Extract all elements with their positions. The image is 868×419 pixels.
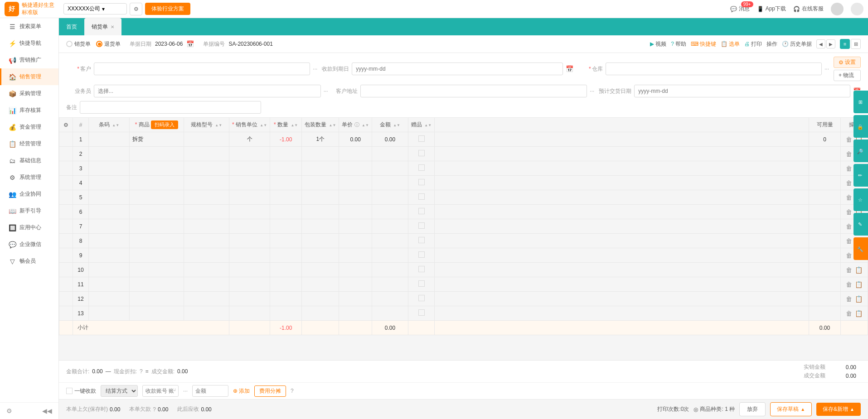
date-calendar-icon[interactable]: 📅 (186, 40, 194, 48)
account-dots-button[interactable]: ··· (183, 388, 188, 394)
delete-row-icon[interactable]: 🗑 (846, 208, 852, 216)
col-pkg[interactable]: 包装数量 ▲▼ (302, 118, 339, 132)
user-avatar[interactable] (831, 3, 844, 15)
row-note[interactable] (435, 132, 809, 147)
addr-dots-button[interactable]: ··· (590, 88, 594, 94)
row-unit[interactable]: 个 (229, 132, 270, 147)
sidebar-item-quick-nav[interactable]: ⚡ 快捷导航 (0, 35, 58, 52)
delete-row-icon[interactable]: 🗑 (846, 179, 852, 187)
gift-checkbox[interactable] (418, 135, 425, 142)
row-barcode[interactable] (89, 132, 130, 147)
sidebar-item-basic-info[interactable]: 🗂 基础信息 (0, 152, 58, 169)
col-spec[interactable]: 规格型号 ▲▼ (184, 118, 229, 132)
pay-amount-input[interactable] (192, 385, 228, 397)
product-kind[interactable]: ◎ 商品种类: 1 种 (693, 405, 735, 413)
delete-row-icon[interactable]: 🗑 (846, 136, 852, 143)
trial-button[interactable]: 体验行业方案 (145, 3, 190, 15)
message-button[interactable]: 💬 消息 99+ (730, 5, 750, 13)
row-pkg-qty[interactable]: 1个 (302, 132, 339, 147)
one-click-checkbox[interactable] (66, 388, 73, 394)
sidebar-item-system[interactable]: ⚙ 系统管理 (0, 169, 58, 186)
customer-addr-input[interactable] (360, 85, 587, 97)
customer-dots-button[interactable]: ··· (313, 66, 317, 72)
salesperson-dots-button[interactable]: ··· (324, 88, 328, 94)
one-click-pay-checkbox[interactable]: 一键收款 (66, 387, 96, 395)
help-action[interactable]: ? 帮助 (671, 40, 686, 48)
customer-input[interactable] (94, 63, 310, 75)
sidebar-item-marketing[interactable]: 📢 营销推广 (0, 52, 58, 68)
fee-split-help-icon[interactable]: ? (291, 388, 294, 394)
gift-checkbox[interactable] (418, 309, 425, 316)
gift-checkbox[interactable] (418, 237, 425, 243)
copy-row-icon[interactable]: 📋 (855, 281, 863, 288)
user-avatar2[interactable] (851, 3, 863, 15)
operate-action[interactable]: 操作 (766, 40, 777, 48)
select-action[interactable]: 📋 选单 (721, 40, 740, 48)
discard-button[interactable]: 放弃 (739, 402, 766, 416)
float-search-button[interactable]: 🔎 (853, 140, 868, 162)
col-unit[interactable]: * 销售单位 ▲▼ (229, 118, 270, 132)
row-price[interactable]: 0.00 (339, 132, 372, 147)
sidebar-item-guide[interactable]: 📖 新手引导 (0, 202, 58, 219)
history-action[interactable]: 🕐 历史单据 (782, 40, 812, 48)
col-amount[interactable]: 金额 ▲▼ (372, 118, 408, 132)
return-radio[interactable]: 退货单 (96, 40, 121, 48)
col-barcode[interactable]: 条码 ▲▼ (89, 118, 130, 132)
row-amount[interactable]: 0.00 (372, 132, 408, 147)
notes-input[interactable] (80, 101, 261, 114)
prev-arrow[interactable]: ◀ (816, 39, 825, 48)
gift-checkbox[interactable] (418, 150, 425, 156)
logistics-button[interactable]: + 物流 (834, 70, 861, 81)
float-grid-button[interactable]: ⊞ (853, 91, 868, 113)
float-star-button[interactable]: ☆ (853, 188, 868, 211)
print-action[interactable]: 🖨 打印 (744, 40, 762, 48)
sidebar-item-member[interactable]: ▽ 畅会员 (0, 253, 58, 270)
gift-checkbox[interactable] (418, 266, 425, 272)
delete-row-icon[interactable]: 🗑 (846, 266, 852, 274)
sidebar-item-operations[interactable]: 📋 经营管理 (0, 135, 58, 152)
pay-method-select[interactable]: 结算方式 (101, 385, 138, 397)
gift-checkbox[interactable] (418, 222, 425, 229)
delete-row-icon[interactable]: 🗑 (846, 150, 852, 158)
video-action[interactable]: ▶ 视频 (650, 40, 666, 48)
due-date-input[interactable] (352, 63, 563, 75)
due-date-calendar-icon[interactable]: 📅 (566, 65, 573, 72)
save-draft-button[interactable]: 保存草稿 ▲ (770, 402, 812, 416)
tab-close-icon[interactable]: ✕ (111, 24, 114, 29)
tab-home[interactable]: 首页 (59, 18, 84, 35)
gift-checkbox[interactable] (418, 164, 425, 171)
copy-row-icon[interactable]: 📋 (855, 295, 863, 303)
sidebar-item-finance[interactable]: 💰 资金管理 (0, 119, 58, 135)
gift-checkbox[interactable] (418, 251, 425, 258)
copy-row-icon[interactable]: 📋 (855, 266, 863, 274)
delete-row-icon[interactable]: 🗑 (846, 237, 852, 245)
online-service-button[interactable]: 🎧 在线客服 (793, 5, 824, 13)
app-download-button[interactable]: 📱 App下载 (757, 5, 786, 13)
sidebar-item-wechat[interactable]: 💬 企业微信 (0, 236, 58, 253)
settings-bottom-icon[interactable]: ⚙ (6, 407, 12, 414)
warehouse-dots-button[interactable]: ··· (824, 66, 829, 72)
add-pay-button[interactable]: ⊕ 添加 (233, 387, 250, 395)
delete-row-icon[interactable]: 🗑 (846, 252, 852, 259)
grid-view-button[interactable]: ⊞ (851, 39, 861, 49)
col-gift[interactable]: 赠品 ▲▼ (408, 118, 434, 132)
sidebar-item-app-center[interactable]: 🔲 应用中心 (0, 219, 58, 236)
collapse-icon[interactable]: ◀◀ (42, 407, 52, 414)
discount-help-icon[interactable]: ? (140, 368, 143, 375)
gift-checkbox[interactable] (418, 280, 425, 287)
scan-button[interactable]: 扫码录入 (151, 120, 178, 129)
list-view-button[interactable]: ≡ (840, 39, 850, 49)
delete-row-icon[interactable]: 🗑 (846, 281, 852, 288)
delete-row-icon[interactable]: 🗑 (846, 165, 852, 172)
settings-gear-button[interactable]: ⚙ (130, 3, 142, 15)
account-input[interactable] (142, 385, 179, 397)
delete-row-icon[interactable]: 🗑 (846, 295, 852, 303)
float-tool-button[interactable]: 🔧 (853, 237, 868, 260)
sidebar-item-enterprise[interactable]: 👥 企业协同 (0, 186, 58, 202)
table-wrapper[interactable]: ⚙ # 条码 ▲▼ * 商品 扫码录入 规格型号 ▲▼ (59, 117, 868, 360)
fee-split-button[interactable]: 费用分摊 (254, 385, 286, 397)
gift-checkbox[interactable] (418, 295, 425, 301)
gift-checkbox[interactable] (418, 179, 425, 185)
next-arrow[interactable]: ▶ (826, 39, 835, 48)
row-barcode[interactable] (89, 147, 130, 161)
